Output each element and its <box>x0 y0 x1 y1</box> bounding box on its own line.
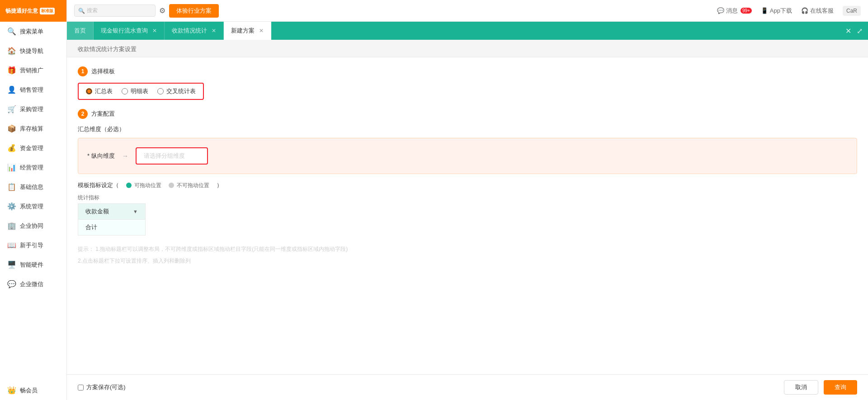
stats-table-header[interactable]: 收款金额 ▼ <box>78 204 145 220</box>
tab-home[interactable]: 首页 <box>67 22 94 40</box>
sales-icon: 👤 <box>7 85 16 94</box>
sidebar-item-label: 系统管理 <box>20 202 43 211</box>
sidebar-item-quick-nav[interactable]: 🏠 快捷导航 <box>0 41 66 61</box>
sidebar-item-basic-info[interactable]: 📋 基础信息 <box>0 177 66 197</box>
tab-receipt-close[interactable]: ✕ <box>212 28 216 34</box>
draggable-indicator: 可拖动位置 <box>126 182 161 189</box>
logo-text: 畅捷通好生意 <box>5 7 38 15</box>
marketing-icon: 🎁 <box>7 66 16 75</box>
footer-buttons: 取消 查询 <box>784 380 857 395</box>
sidebar-item-smart-hw[interactable]: 🖥️ 智能硬件 <box>0 255 66 274</box>
purchase-icon: 🛒 <box>7 105 16 113</box>
dimension-row: * 纵向维度 → 请选择分组维度 <box>87 147 848 165</box>
notification-badge: 99+ <box>741 8 752 14</box>
no-drag-dot-icon <box>169 183 174 188</box>
form-area: 1 选择模板 汇总表 明细表 <box>67 57 868 374</box>
template-options-box: 汇总表 明细表 交叉统计表 <box>78 83 204 100</box>
radio-detail-input[interactable] <box>122 88 128 94</box>
user-info[interactable]: CaR <box>843 6 861 16</box>
radio-detail-label: 明细表 <box>131 87 148 95</box>
step2-title: 方案配置 <box>91 110 115 118</box>
inventory-icon: 📦 <box>7 124 16 133</box>
dimension-select-placeholder: 请选择分组维度 <box>144 152 185 159</box>
business-icon: 📊 <box>7 163 16 172</box>
search-menu-icon: 🔍 <box>7 27 16 36</box>
sidebar-item-label: 畅会员 <box>20 386 38 395</box>
tab-new-plan-close[interactable]: ✕ <box>259 28 264 34</box>
hint-1: 提示： 1.拖动标题栏可以调整布局，不可跨维度或指标区域拖动栏目字段(只能在同一… <box>78 245 857 254</box>
metrics-content: 统计指标 收款金额 ▼ 合计 <box>78 194 857 235</box>
drag-dot-icon <box>126 183 132 188</box>
footer: 方案保存(可选) 取消 查询 <box>67 374 868 400</box>
download-icon: 📱 <box>761 7 768 14</box>
sidebar-item-guide[interactable]: 📖 新手引导 <box>0 235 66 255</box>
notification-label: 消息 <box>726 7 738 15</box>
support-item[interactable]: 🎧 在线客服 <box>801 7 834 15</box>
non-draggable-indicator: 不可拖动位置 <box>169 182 209 189</box>
dimension-select[interactable]: 请选择分组维度 <box>136 147 208 165</box>
sidebar-item-purchase[interactable]: 🛒 采购管理 <box>0 99 66 119</box>
sidebar-item-inventory[interactable]: 📦 库存核算 <box>0 119 66 138</box>
notification-item[interactable]: 💬 消息 99+ <box>717 7 752 15</box>
radio-summary[interactable]: 汇总表 <box>86 87 113 95</box>
tab-bank-close[interactable]: ✕ <box>152 28 157 34</box>
step2-section: 2 方案配置 汇总维度（必选） * 纵向维度 → 请选择分组维度 <box>78 109 857 266</box>
cancel-button[interactable]: 取消 <box>784 380 818 395</box>
tab-close-all-icon[interactable]: ✕ <box>845 27 851 35</box>
version-badge: 标准版 <box>40 8 55 14</box>
breadcrumb-text: 收款情况统计方案设置 <box>78 46 137 52</box>
sidebar-item-label: 经营管理 <box>20 164 43 172</box>
row-label: 合计 <box>85 224 97 231</box>
hint-text: 提示： 1.拖动标题栏可以调整布局，不可跨维度或指标区域拖动栏目字段(只能在同一… <box>78 245 857 266</box>
step1-section: 1 选择模板 汇总表 明细表 <box>78 66 857 100</box>
radio-cross-input[interactable] <box>157 88 164 94</box>
settings-icon[interactable]: ⚙ <box>159 6 165 15</box>
sidebar-item-wechat[interactable]: 💬 企业微信 <box>0 274 66 294</box>
metrics-section: 模板指标设定（ 可拖动位置 不可拖动位置 ） 统计指标 <box>78 181 857 266</box>
sidebar-item-enterprise[interactable]: 🏢 企业协同 <box>0 216 66 235</box>
step2-content: 汇总维度（必选） * 纵向维度 → 请选择分组维度 <box>78 125 857 266</box>
sidebar-item-sales[interactable]: 👤 销售管理 <box>0 80 66 99</box>
save-checkbox[interactable] <box>78 385 84 391</box>
search-bar[interactable]: 🔍 搜索 <box>74 5 156 17</box>
sidebar-item-business[interactable]: 📊 经营管理 <box>0 158 66 177</box>
tab-bank[interactable]: 现金银行流水查询 ✕ <box>94 22 165 40</box>
step2-number: 2 <box>78 109 88 119</box>
tab-new-plan[interactable]: 新建方案 ✕ <box>224 22 271 40</box>
sidebar-item-member[interactable]: 👑 畅会员 <box>0 381 66 400</box>
page-breadcrumb: 收款情况统计方案设置 <box>67 40 868 57</box>
member-icon: 👑 <box>7 386 16 395</box>
radio-summary-input[interactable] <box>86 88 92 94</box>
metrics-label-suffix: ） <box>217 181 222 189</box>
step2-header: 2 方案配置 <box>78 109 857 119</box>
basic-info-icon: 📋 <box>7 183 16 191</box>
tab-receipt-label: 收款情况统计 <box>172 27 207 35</box>
sidebar-item-search-menu[interactable]: 🔍 搜索菜单 <box>0 22 66 41</box>
tab-expand-icon[interactable]: ⤢ <box>857 27 863 35</box>
radio-detail[interactable]: 明细表 <box>122 87 148 95</box>
tab-bank-label: 现金银行流水查询 <box>101 27 148 35</box>
user-name: CaR <box>846 8 857 14</box>
page-content: 收款情况统计方案设置 1 选择模板 汇总表 <box>67 40 868 400</box>
non-draggable-label: 不可拖动位置 <box>177 182 209 189</box>
system-icon: ⚙️ <box>7 202 16 211</box>
tab-home-label: 首页 <box>74 27 86 35</box>
column-dropdown-icon[interactable]: ▼ <box>133 209 138 214</box>
save-option[interactable]: 方案保存(可选) <box>78 383 126 391</box>
trial-button[interactable]: 体验行业方案 <box>169 4 219 18</box>
sidebar-item-system[interactable]: ⚙️ 系统管理 <box>0 197 66 216</box>
sidebar-item-label: 智能硬件 <box>20 261 43 269</box>
sidebar-item-marketing[interactable]: 🎁 营销推广 <box>0 61 66 80</box>
tab-receipt[interactable]: 收款情况统计 ✕ <box>165 22 224 40</box>
radio-cross-label: 交叉统计表 <box>166 87 196 95</box>
download-item[interactable]: 📱 App下载 <box>761 7 792 15</box>
sidebar-item-label: 快捷导航 <box>20 47 43 55</box>
sidebar: 畅捷通好生意 标准版 🔍 搜索菜单 🏠 快捷导航 🎁 营销推广 👤 销售管理 🛒… <box>0 0 67 400</box>
radio-cross[interactable]: 交叉统计表 <box>157 87 196 95</box>
sidebar-item-label: 库存核算 <box>20 125 43 133</box>
header: 🔍 搜索 ⚙ 体验行业方案 💬 消息 99+ 📱 App下载 🎧 在线客服 Ca… <box>67 0 868 22</box>
header-right: 💬 消息 99+ 📱 App下载 🎧 在线客服 CaR <box>717 6 861 16</box>
sidebar-item-finance[interactable]: 💰 资金管理 <box>0 138 66 158</box>
sidebar-item-label: 基础信息 <box>20 183 43 191</box>
query-button[interactable]: 查询 <box>824 380 857 395</box>
